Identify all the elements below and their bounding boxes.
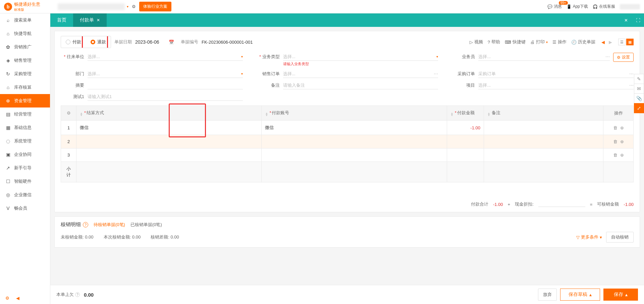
- sales-order-input[interactable]: [283, 71, 434, 76]
- sidebar-item[interactable]: ◈销售管理: [0, 54, 50, 67]
- radio-payment[interactable]: 付款: [61, 36, 86, 48]
- company-selector[interactable]: ▾: [58, 3, 128, 10]
- chevron-down-icon[interactable]: ▾: [436, 55, 438, 58]
- sidebar-item[interactable]: ▤经营管理: [0, 107, 50, 121]
- date-label: 单据日期: [114, 39, 132, 45]
- online-cs-link[interactable]: 🎧 在线客服: [593, 4, 615, 9]
- supplier-input[interactable]: [88, 54, 241, 59]
- video-link[interactable]: ▷视频: [470, 39, 483, 45]
- project-input[interactable]: [478, 83, 629, 88]
- tab[interactable]: 付款单✕: [73, 13, 107, 27]
- save-button[interactable]: 保存▴: [603, 289, 638, 301]
- col-gear[interactable]: ⚙: [61, 106, 76, 121]
- main: 首页付款单✕ ✕ ⛶ 付款 退款: [50, 13, 644, 304]
- sidebar-item[interactable]: V畅会员: [0, 202, 50, 215]
- trial-button[interactable]: 体验行业方案: [139, 2, 171, 11]
- summary-input[interactable]: [88, 83, 243, 88]
- add-icon[interactable]: ⊕: [620, 139, 624, 144]
- radio-off-icon: [66, 40, 70, 44]
- keyboard-icon: ⌨: [505, 40, 511, 45]
- col-amount[interactable]: ▲▼付款金额: [447, 106, 484, 121]
- verif-stats: 未核销金额: 0.00 本次核销金额: 0.00 核销差额: 0.00: [61, 234, 179, 240]
- sidebar-item[interactable]: ✿营销推广: [0, 40, 50, 54]
- sidebar-item[interactable]: ▣企业协同: [0, 148, 50, 161]
- chevron-down-icon[interactable]: ▾: [241, 72, 243, 76]
- save-draft-button[interactable]: 保存草稿▴: [560, 289, 600, 301]
- more-icon[interactable]: ⋯: [629, 71, 634, 76]
- float-note[interactable]: ✎: [634, 74, 644, 84]
- collapse-icon[interactable]: ◀: [16, 296, 19, 301]
- pager-prev[interactable]: ◀: [600, 39, 606, 45]
- col-remark[interactable]: ▲▼备注: [484, 106, 603, 121]
- float-expand[interactable]: ⤢: [634, 103, 644, 113]
- biztype-input[interactable]: [283, 54, 437, 59]
- sidebar-icon: ▤: [5, 112, 11, 117]
- close-icon[interactable]: ✕: [97, 18, 100, 23]
- help-icon[interactable]: ?: [83, 222, 88, 227]
- add-icon[interactable]: ⊕: [620, 125, 624, 130]
- more-icon[interactable]: ⋯: [434, 71, 438, 76]
- delete-icon[interactable]: 🗑: [613, 125, 618, 130]
- help-link[interactable]: ?帮助: [488, 39, 500, 45]
- view-list[interactable]: ☰: [618, 39, 626, 45]
- table-row[interactable]: 3 🗑⊕: [61, 148, 634, 162]
- more-conditions[interactable]: ▽更多条件▾: [576, 234, 602, 240]
- operate-link[interactable]: ☰操作: [552, 39, 567, 45]
- sidebar-item[interactable]: ⊕资金管理: [0, 94, 50, 107]
- sidebar-item[interactable]: ↻采购管理: [0, 67, 50, 81]
- discount-input[interactable]: [538, 202, 585, 207]
- settings-icon[interactable]: ⚙: [5, 296, 9, 301]
- delete-icon[interactable]: 🗑: [613, 139, 618, 144]
- settings-button[interactable]: ⚙设置: [613, 53, 634, 62]
- help-icon[interactable]: ?: [75, 292, 80, 297]
- chevron-down-icon[interactable]: ▾: [241, 55, 243, 58]
- more-icon[interactable]: ⋯: [629, 83, 634, 88]
- float-inbox[interactable]: ✉: [634, 84, 644, 94]
- tab-done[interactable]: 已核销单据(0笔): [130, 222, 162, 228]
- balance-label: 本单上欠 ?: [56, 292, 80, 298]
- tab-close-all[interactable]: ✕: [620, 18, 632, 23]
- sidebar-item[interactable]: ⌕搜索菜单: [0, 13, 50, 27]
- shortcut-link[interactable]: ⌨快捷键: [505, 39, 526, 45]
- table-row[interactable]: 1 微信 微信 -1.00 🗑⊕: [61, 121, 634, 135]
- calendar-icon[interactable]: 📅: [169, 40, 174, 45]
- purchase-order-input[interactable]: [478, 71, 629, 76]
- sidebar-item[interactable]: ↗新手引导: [0, 161, 50, 175]
- col-account[interactable]: ▲▼付款账号: [262, 106, 447, 121]
- more-icon[interactable]: ⋯: [605, 54, 610, 59]
- headset-icon: 🎧: [593, 4, 598, 9]
- app-download-link[interactable]: 📱 App下载: [567, 4, 588, 9]
- messages-link[interactable]: 💬 消息 99+: [547, 4, 562, 9]
- float-attach[interactable]: 📎: [634, 93, 644, 103]
- abandon-button[interactable]: 放弃: [538, 289, 557, 301]
- clerk-input[interactable]: [478, 54, 605, 59]
- view-form[interactable]: ▦: [626, 39, 634, 45]
- delete-icon[interactable]: 🗑: [613, 153, 618, 158]
- date-input[interactable]: [135, 39, 165, 45]
- add-icon[interactable]: ⊕: [620, 153, 624, 158]
- fullscreen-icon[interactable]: ⛶: [632, 18, 644, 23]
- sidebar-item[interactable]: ▦基础信息: [0, 121, 50, 134]
- table-row[interactable]: 2 🗑⊕: [61, 135, 634, 148]
- sidebar-item[interactable]: ◎企业微信: [0, 188, 50, 202]
- sidebar-item[interactable]: ◌系统管理: [0, 134, 50, 148]
- gear-icon[interactable]: ⚙: [132, 4, 136, 9]
- sidebar-icon: ✿: [5, 44, 11, 50]
- sidebar-icon: ⌂: [5, 85, 11, 90]
- detail-table: ⚙ ▲▼结算方式 ▲▼付款账号 ▲▼付款金额 ▲▼备注 操作 1 微信 微信 -…: [61, 105, 634, 182]
- tab[interactable]: 首页: [50, 13, 73, 27]
- sidebar-item[interactable]: ☐智能硬件: [0, 175, 50, 188]
- remark-input[interactable]: [283, 83, 438, 88]
- sidebar-item[interactable]: ⌂库存核算: [0, 81, 50, 94]
- pager-next[interactable]: ▶: [607, 39, 613, 45]
- sidebar-item[interactable]: ⌂快捷导航: [0, 27, 50, 40]
- print-link[interactable]: 🖨打印▾: [530, 39, 548, 45]
- dept-input[interactable]: [88, 71, 241, 76]
- history-link[interactable]: 🕘历史单据: [571, 39, 595, 45]
- test1-input[interactable]: [88, 94, 243, 99]
- col-settle[interactable]: ▲▼结算方式: [76, 106, 262, 121]
- sidebar-icon: ⌕: [5, 17, 11, 23]
- tab-pending[interactable]: 待核销单据(0笔): [94, 222, 125, 228]
- radio-refund[interactable]: 退款: [86, 36, 111, 48]
- auto-writeoff-button[interactable]: 自动核销: [606, 232, 634, 243]
